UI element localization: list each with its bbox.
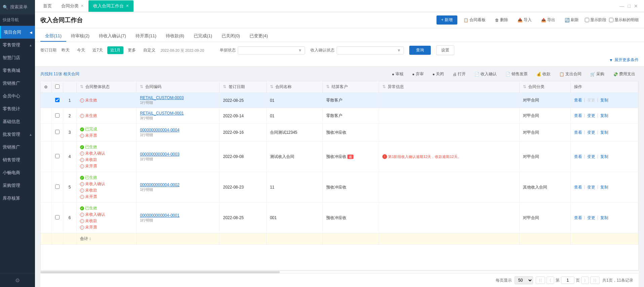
tab-income-workbench-close[interactable]: ✕ [126, 4, 129, 8]
sidebar-search[interactable]: 🔍 搜索菜单 [0, 0, 35, 14]
date-btn-last7[interactable]: 近7天 [89, 46, 106, 54]
sidebar-item-base-info[interactable]: 基础信息 [0, 115, 35, 128]
sidebar-settings-button[interactable]: ⚙ [0, 274, 35, 287]
row-checkbox[interactable] [51, 93, 63, 108]
date-btn-custom[interactable]: 自定义 [140, 46, 158, 54]
sub-tab-pending-audit[interactable]: 待审核(2) [66, 31, 94, 42]
contract-code-link[interactable]: RETAIL_CUSTOM-0001 [140, 111, 216, 116]
change-link[interactable]: 变更 [587, 130, 595, 135]
row-checkbox[interactable] [51, 108, 63, 124]
income-confirm-select[interactable]: ▼ [337, 46, 404, 54]
next-page-button[interactable]: ⟩ [581, 277, 589, 284]
sales-invoice-button[interactable]: 📄 销售发票 [502, 70, 531, 78]
show-detail-input[interactable] [609, 18, 613, 22]
sidebar-item-purchase[interactable]: 采购管理 [0, 179, 35, 192]
sidebar-item-mkt-promo[interactable]: 营销推广 [0, 141, 35, 154]
expense-button[interactable]: 💸 费用支出 [610, 70, 639, 78]
copy-link[interactable]: 复制 [600, 154, 608, 160]
sub-tab-pending-invoice[interactable]: 待开票(11) [131, 31, 161, 42]
show-segment-checkbox[interactable]: 显示阶段 [585, 17, 606, 23]
col-contract-status[interactable]: ⇅ 合同整体状态 [76, 81, 137, 93]
contract-code-link[interactable]: 0000000000004-0002 [140, 182, 216, 187]
collection-button[interactable]: 💰 收款 [533, 70, 554, 78]
audit-button[interactable]: ● 审核 [388, 70, 407, 78]
row-checkbox[interactable] [51, 172, 63, 203]
date-btn-last1month[interactable]: 近1月 [107, 46, 124, 54]
col-abnormal-info[interactable]: ⇅ 异常信息 [379, 81, 520, 93]
copy-link[interactable]: 复制 [600, 215, 608, 221]
prev-page-button[interactable]: ⟨ [546, 277, 554, 284]
date-btn-more[interactable]: 更多 [125, 46, 139, 54]
copy-link[interactable]: 复制 [600, 97, 608, 103]
sub-tab-changed[interactable]: 已变更(4) [245, 31, 273, 42]
copy-link[interactable]: 复制 [600, 184, 608, 190]
contract-code-link[interactable]: 0000000000004-0001 [140, 213, 216, 218]
refresh-button[interactable]: 🔄 刷新 [561, 16, 582, 24]
settings-button[interactable]: 设置 [436, 45, 454, 55]
show-detail-checkbox[interactable]: 显示标的明细 [609, 17, 639, 23]
col-checkbox[interactable] [51, 81, 63, 93]
horizontal-scrollbar[interactable] [40, 271, 639, 273]
sidebar-item-stock[interactable]: 库存核算 [0, 192, 35, 205]
change-link[interactable]: 变更 [587, 113, 595, 119]
sidebar-item-project[interactable]: 项目合同 ◀ [0, 26, 35, 39]
col-settings[interactable]: ⚙ [41, 81, 51, 93]
sidebar-item-sales-mgmt[interactable]: 销售管理 [0, 154, 35, 166]
sidebar-item-wholesale[interactable]: 批发管理 [0, 128, 35, 141]
view-link[interactable]: 查看 [574, 154, 582, 160]
payment-contract-button[interactable]: 📋 支出合同 [556, 70, 585, 78]
print-button[interactable]: 🖨 打开 [449, 70, 469, 78]
copy-link[interactable]: 复制 [600, 130, 608, 135]
maximize-button[interactable]: □ [628, 3, 631, 9]
close-button[interactable]: ✕ [634, 3, 638, 9]
purchase-button[interactable]: 🛒 采购 [587, 70, 608, 78]
change-link[interactable]: 变更 [587, 154, 595, 160]
export-button[interactable]: 📤 导出 [538, 16, 559, 24]
sub-tab-done[interactable]: 已完成(1) [189, 31, 217, 42]
view-link[interactable]: 查看 [574, 97, 582, 103]
page-number-input[interactable] [561, 277, 574, 284]
abandon-button[interactable]: ● 弃审 [409, 70, 427, 78]
change-link[interactable]: 变更 [587, 215, 595, 221]
sidebar-item-marketing[interactable]: 营销推广 [0, 77, 35, 90]
tab-home[interactable]: 首页 [38, 0, 56, 12]
sidebar-item-retail-stats[interactable]: 零售统计 [0, 102, 35, 115]
contract-code-link[interactable]: 0000000000004-0003 [140, 152, 216, 157]
tab-contract-category[interactable]: 合同分类 ✕ [56, 0, 88, 12]
sub-tab-pending-confirm[interactable]: 待收入确认(7) [94, 31, 131, 42]
expand-more-button[interactable]: ▼ 展开更多条件 [609, 57, 639, 63]
col-contract-code[interactable]: ⇅ 合同编码 [137, 81, 220, 93]
date-btn-yesterday[interactable]: 昨天 [59, 46, 73, 54]
sidebar-quick-nav[interactable]: 快捷导航 [0, 14, 35, 26]
last-page-button[interactable]: ⟩⟩ [590, 277, 600, 284]
row-checkbox[interactable] [51, 141, 63, 172]
sidebar-item-xiaochange[interactable]: 小畅电商 [0, 166, 35, 179]
new-button[interactable]: + 新增 [437, 15, 457, 25]
row-checkbox[interactable] [51, 203, 63, 233]
doc-status-select[interactable]: ▼ [238, 46, 305, 54]
query-button[interactable]: 查询 [409, 46, 431, 55]
tab-contract-category-close[interactable]: ✕ [81, 4, 84, 8]
view-link[interactable]: 查看 [574, 113, 582, 119]
tab-income-workbench[interactable]: 收入合同工作台 ✕ [88, 0, 134, 12]
income-confirm-button[interactable]: 📄 收入确认 [471, 70, 500, 78]
first-page-button[interactable]: ⟨⟨ [536, 277, 545, 284]
col-settlement-customer[interactable]: ⇅ 结算客户 [323, 81, 379, 93]
contract-board-button[interactable]: 📋 合同看板 [460, 16, 489, 24]
sidebar-item-retail-mall[interactable]: 零售商城 [0, 64, 35, 77]
date-btn-today[interactable]: 今天 [74, 46, 88, 54]
col-sign-date[interactable]: ⇅ 签订日期 [220, 81, 266, 93]
change-link[interactable]: 变更 [587, 184, 595, 190]
sidebar-item-member[interactable]: 会员中心 [0, 90, 35, 102]
row-checkbox[interactable] [51, 124, 63, 141]
sidebar-item-retail-mgmt[interactable]: 零售管理 [0, 39, 35, 51]
select-all-checkbox[interactable] [55, 84, 60, 89]
view-link[interactable]: 查看 [574, 184, 582, 190]
sub-tab-pending-payment[interactable]: 待收款(8) [161, 31, 189, 42]
sidebar-item-smart-store[interactable]: 智慧门店 [0, 51, 35, 64]
delete-button[interactable]: 🗑 删除 [492, 16, 512, 24]
contract-code-link[interactable]: RETAIL_CUSTOM-0003 [140, 95, 216, 100]
view-link[interactable]: 查看 [574, 215, 582, 221]
sub-tab-all[interactable]: 全部(11) [40, 31, 66, 42]
contract-code-link[interactable]: 0000000000004-0004 [140, 128, 216, 132]
